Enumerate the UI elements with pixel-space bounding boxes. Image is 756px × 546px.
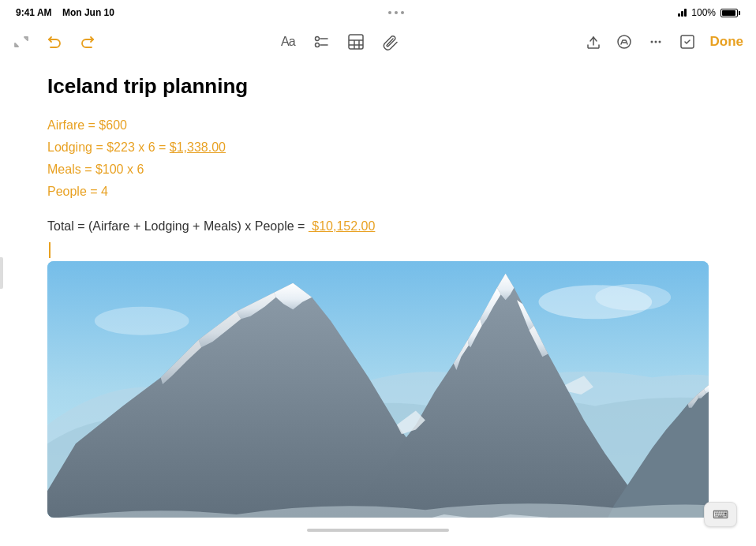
scroll-indicator	[307, 529, 449, 532]
meals-text: Meals = $100 x 6	[47, 163, 144, 176]
note-line-people[interactable]: People = 4	[47, 182, 709, 201]
svg-point-18	[595, 284, 671, 311]
formula-result: $10,152.00	[309, 219, 376, 233]
highlight-button[interactable]	[616, 33, 633, 50]
done-button[interactable]: Done	[710, 34, 744, 50]
battery-fill	[722, 10, 735, 16]
svg-point-19	[95, 307, 189, 335]
undo-button[interactable]	[46, 33, 63, 50]
svg-point-0	[315, 37, 319, 41]
svg-point-13	[654, 41, 657, 43]
dot-2	[395, 11, 398, 14]
attachment-button[interactable]	[382, 33, 399, 50]
collapse-icon[interactable]	[13, 33, 30, 50]
lodging-result: $1,338.00	[170, 140, 226, 154]
checklist-button[interactable]	[313, 33, 330, 50]
redo-button[interactable]	[79, 33, 96, 50]
toolbar-center: Aa	[96, 33, 584, 50]
note-title[interactable]: Iceland trip planning	[47, 74, 709, 99]
toolbar: Aa	[0, 24, 756, 60]
status-time-date: 9:41 AM Mon Jun 10	[16, 7, 114, 18]
status-date: Mon Jun 10	[62, 7, 114, 18]
battery-percent: 100%	[691, 7, 716, 18]
table-button[interactable]	[347, 33, 365, 50]
people-text: People = 4	[47, 185, 108, 198]
airfare-text: Airfare = $600	[47, 118, 127, 132]
formula-text: Total = (Airfare + Lodging + Meals) x Pe…	[47, 219, 305, 233]
status-time: 9:41 AM	[16, 7, 52, 18]
note-variables: Airfare = $600 Lodging = $223 x 6 = $1,3…	[47, 116, 709, 201]
wifi-icon	[678, 9, 687, 17]
svg-point-1	[315, 43, 319, 47]
aa-label: Aa	[281, 35, 295, 49]
svg-rect-4	[349, 35, 363, 49]
battery-indicator	[720, 9, 740, 17]
status-center-dots	[388, 11, 404, 14]
toolbar-left	[13, 33, 96, 50]
note-line-lodging[interactable]: Lodging = $223 x 6 = $1,338.00	[47, 138, 709, 157]
edit-mode-button[interactable]	[679, 33, 696, 50]
svg-point-14	[658, 41, 661, 43]
share-button[interactable]	[584, 33, 601, 50]
dot-3	[401, 11, 404, 14]
battery-body	[720, 9, 738, 17]
toolbar-right: Done	[584, 33, 744, 50]
battery-tip	[739, 11, 740, 15]
dot-1	[388, 11, 391, 14]
note-formula-line[interactable]: Total = (Airfare + Lodging + Meals) x Pe…	[47, 217, 709, 236]
mountain-image	[47, 261, 709, 518]
text-cursor	[49, 242, 51, 258]
status-bar: 9:41 AM Mon Jun 10 100%	[0, 0, 756, 24]
sidebar-handle	[0, 257, 3, 289]
font-format-button[interactable]: Aa	[281, 35, 295, 49]
note-line-meals[interactable]: Meals = $100 x 6	[47, 160, 709, 179]
lodging-text: Lodging = $223 x 6 =	[47, 140, 166, 154]
keyboard-helper-button[interactable]: ⌨	[704, 502, 737, 527]
keyboard-helper-icon: ⌨	[713, 508, 728, 521]
svg-point-12	[650, 41, 653, 43]
note-line-airfare[interactable]: Airfare = $600	[47, 116, 709, 135]
more-button[interactable]	[647, 33, 664, 50]
svg-point-10	[618, 36, 631, 48]
note-content: Iceland trip planning Airfare = $600 Lod…	[0, 60, 756, 261]
status-right: 100%	[678, 7, 740, 18]
